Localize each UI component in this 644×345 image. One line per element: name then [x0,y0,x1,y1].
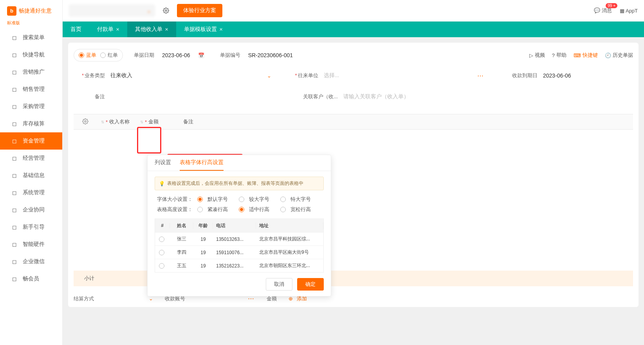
tab-label: 付款单 [97,26,114,33]
radio-font-large[interactable] [239,197,244,202]
tab-1[interactable]: 付款单✕ [89,22,127,37]
radio-height-compact[interactable] [197,207,203,212]
settle-method-label: 结算方式 [74,295,94,302]
sidebar-item-label: 新手引导 [23,224,45,231]
sort-icon[interactable]: ⇅ [101,120,104,124]
tab-2[interactable]: 其他收入单✕ [127,22,176,37]
radio-height-medium[interactable] [239,207,244,212]
sidebar-item-9[interactable]: ◻系统管理 [0,184,62,201]
sidebar-item-label: 快捷导航 [23,51,45,58]
sidebar-item-7[interactable]: ◻经营管理 [0,150,62,167]
party-label: *往来单位 [295,72,318,79]
sidebar-item-1[interactable]: ◻快捷导航 [0,46,62,63]
radio-red[interactable]: 红单 [100,52,118,59]
sidebar-item-label: 销售管理 [23,86,45,93]
sidebar-item-label: 营销推广 [23,69,45,76]
party-select[interactable]: 选择... [324,70,472,81]
table-settings-icon[interactable] [82,118,88,126]
logo: b 畅捷通好生意 [0,0,62,22]
row-radio[interactable] [159,250,164,255]
tabs-bar: 首页付款单✕其他收入单✕单据模板设置✕ [63,22,644,37]
assoc-input[interactable]: 请输入关联客户（收入单） [343,92,485,102]
list-icon: ◻ [11,172,18,179]
bulb-icon: 💡 [159,181,165,186]
org-selector[interactable]: ⌄ [69,4,155,17]
doc-type-radio-group: 蓝单 红单 [74,49,123,61]
sidebar-item-2[interactable]: ◻营销推广 [0,63,62,81]
biz-type-label: *业务类型 [81,72,105,79]
wechat-icon: ◻ [11,258,18,265]
tab-0[interactable]: 首页 [63,22,89,37]
chevron-down-icon[interactable]: ⌄ [149,296,153,302]
sidebar-item-label: 采购管理 [23,103,45,110]
popup-tab-columns[interactable]: 列设置 [155,159,171,171]
popup-tab-font-height[interactable]: 表格字体行高设置 [180,159,224,171]
message-icon: 💬 [594,7,600,13]
doc-date-value[interactable]: 2023-06-06 [162,52,190,58]
preview-table: # 姓名 年龄 电话 地址 张三19135013263...北京市昌平科技园区综… [155,219,324,273]
sidebar-item-6[interactable]: ◻资金管理 [0,132,62,150]
doc-no-value: SR-20230606-001 [248,52,293,58]
due-date-label: 收款到期日 [508,72,538,79]
tab-label: 其他收入单 [135,26,162,33]
sidebar-item-12[interactable]: ◻智能硬件 [0,236,62,253]
close-icon[interactable]: ✕ [116,27,119,32]
tab-label: 首页 [70,26,81,33]
gear-ring-icon: ◻ [11,189,18,196]
radio-height-loose[interactable] [280,207,286,212]
more-dots-icon[interactable]: ⋯ [477,72,484,79]
play-circle-icon: ▷ [529,52,533,58]
due-date-value[interactable]: 2023-06-06 [543,72,571,79]
cancel-button[interactable]: 取消 [266,278,292,291]
sidebar-item-label: 库存核算 [23,120,45,127]
video-link[interactable]: ▷视频 [529,52,545,59]
row-radio[interactable] [159,263,164,269]
sidebar-item-13[interactable]: ◻企业微信 [0,253,62,270]
tab-3[interactable]: 单据模板设置✕ [176,22,231,37]
radio-font-default[interactable] [197,197,203,202]
sidebar-item-label: 智能硬件 [23,241,45,248]
sidebar-item-label: 资金管理 [23,137,45,145]
doc-date-label: 单据日期 [131,52,154,59]
preview-row: 张三19135013263...北京市昌平科技园区综... [155,232,323,246]
close-icon[interactable]: ✕ [165,27,168,32]
sidebar-item-14[interactable]: ◻畅会员 [0,270,62,287]
try-industry-button[interactable]: 体验行业方案 [177,4,222,17]
preview-row: 王五19135216223...北京市朝阳区东三环北... [155,259,323,272]
sidebar-item-11[interactable]: ◻新手引导 [0,219,62,236]
sidebar-item-3[interactable]: ◻销售管理 [0,81,62,98]
calendar-icon[interactable]: 📅 [198,52,204,58]
confirm-button[interactable]: 确定 [297,278,324,291]
sidebar-item-8[interactable]: ◻基础信息 [0,167,62,184]
sort-icon[interactable]: ⇅ [140,120,143,124]
history-icon: 🕘 [605,52,611,58]
sidebar-item-10[interactable]: ◻企业协同 [0,201,62,219]
sidebar-item-4[interactable]: ◻采购管理 [0,98,62,115]
sidebar-item-label: 经营管理 [23,155,45,162]
sidebar-item-0[interactable]: ◻搜索菜单 [0,29,62,46]
radio-font-xlarge[interactable] [280,197,286,202]
tab-label: 单据模板设置 [184,26,217,33]
font-size-setting: 字体大小设置： 默认字号 较大字号 特大字号 [148,194,331,204]
biz-type-select[interactable]: 往来收入 [110,70,262,81]
remark-input[interactable] [110,95,271,99]
radio-blue[interactable]: 蓝单 [79,52,96,59]
doc-no-label: 单据编号 [217,52,240,59]
close-icon[interactable]: ✕ [219,27,223,32]
row-radio[interactable] [159,237,164,242]
play-icon: ◻ [11,224,18,231]
settings-icon[interactable] [160,4,172,17]
chevron-down-icon: ⌄ [267,73,271,79]
sidebar-item-label: 搜索菜单 [23,34,45,41]
sidebar-item-label: 畅会员 [23,275,39,282]
sidebar-item-label: 企业微信 [23,258,45,265]
shortcut-link[interactable]: ⌨快捷键 [574,52,598,59]
app-link[interactable]: ▦ AppT [620,8,638,14]
history-link[interactable]: 🕘历史单据 [605,52,633,59]
messages-link[interactable]: 💬 消息 99 + [594,7,612,14]
grid-icon: ▦ [620,8,624,14]
gift-icon: ◻ [11,69,18,76]
sidebar-item-5[interactable]: ◻库存核算 [0,115,62,132]
help-link[interactable]: ?帮助 [552,52,566,59]
brand-edition: 标准版 [0,20,62,26]
